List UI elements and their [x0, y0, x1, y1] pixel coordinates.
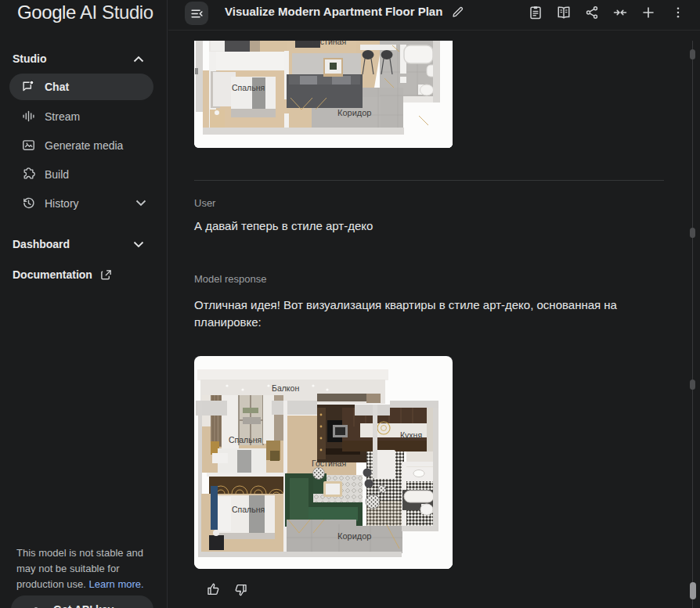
svg-text:Кухня: Кухня: [400, 430, 422, 440]
svg-text:Балкон: Балкон: [272, 383, 299, 393]
svg-text:Коридор: Коридор: [337, 531, 371, 541]
svg-text:Коридор: Коридор: [337, 108, 371, 117]
svg-text:Спальня: Спальня: [232, 505, 265, 514]
svg-text:Гостиная: Гостиная: [312, 41, 346, 46]
svg-text:Гостиная: Гостиная: [312, 459, 346, 468]
svg-text:Спальня: Спальня: [232, 83, 265, 92]
svg-text:Спальня: Спальня: [229, 435, 262, 444]
